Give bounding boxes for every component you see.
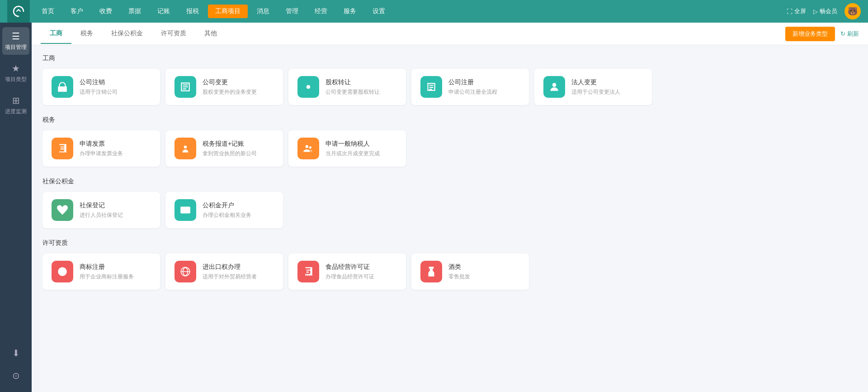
svg-point-2 [184,146,187,149]
section-social-fund: 社保公积金 社保登记 进行人员社保登记 [42,177,857,228]
card-desc-apply-general-taxpayer: 当月或次月成变更完成 [326,150,380,158]
card-icon-company-register [420,76,442,98]
card-title-equity-transfer: 股权转让 [326,78,380,86]
card-info-company-register: 公司注册 申请公司注册全流程 [448,78,497,96]
card-title-fund-open: 公积金开户 [203,201,251,210]
card-desc-import-export: 适用于对外贸易经营者 [203,273,257,281]
nav-home[interactable]: 首页 [34,5,61,18]
card-info-company-cancel: 公司注销 适用于注销公司 [80,78,118,96]
svg-rect-8 [429,267,434,268]
card-info-company-change: 公司变更 股权变更外的业务变更 [203,78,257,96]
sidebar-download-btn[interactable]: ⬇ [2,344,29,362]
card-info-alcohol: 酒类 零售批发 [448,263,470,281]
sidebar-item-label-project-type: 项目类型 [5,76,27,83]
card-icon-import-export [175,261,196,282]
card-info-equity-transfer: 股权转让 公司变更需要股权转让 [326,78,380,96]
svg-point-4 [309,146,311,148]
card-desc-social-register: 进行人员社保登记 [80,211,123,219]
section-title-tax: 税务 [42,116,857,124]
fullscreen-btn[interactable]: ⛶ 全屏 [787,7,806,15]
nav-manage[interactable]: 管理 [278,5,306,18]
refresh-label: 刷新 [847,30,859,38]
add-type-button[interactable]: 新增业务类型 [785,27,835,41]
tab-industry-commerce[interactable]: 工商 [41,24,71,44]
tab-other[interactable]: 其他 [195,24,226,44]
card-desc-trademark: 用于企业商标注册服务 [80,273,134,281]
card-desc-company-cancel: 适用于注销公司 [80,88,118,96]
card-icon-trademark [52,261,73,282]
vip-btn[interactable]: ▷ 畅会员 [813,7,837,15]
sidebar-item-progress-monitor[interactable]: ⊞ 进度监测 [2,91,29,119]
refresh-button[interactable]: ↻ 刷新 [840,30,859,38]
card-food-license[interactable]: 食品经营许可证 办理食品经营许可证 [288,253,406,290]
card-info-import-export: 进出口权办理 适用于对外贸易经营者 [203,263,257,281]
card-desc-alcohol: 零售批发 [448,273,470,281]
nav-account[interactable]: 记账 [150,5,177,18]
fullscreen-label: 全屏 [794,7,806,15]
nav-settings[interactable]: 设置 [365,5,392,18]
card-icon-food-license [297,261,319,282]
card-alcohol[interactable]: 酒类 零售批发 [411,253,529,290]
card-apply-general-taxpayer[interactable]: 申请一般纳税人 当月或次月成变更完成 [288,130,406,167]
card-trademark[interactable]: 商标注册 用于企业商标注册服务 [42,253,160,290]
user-avatar[interactable]: 🐻 [844,3,861,19]
card-title-apply-invoice: 申请发票 [80,140,123,148]
top-navigation: 首页 客户 收费 票据 记账 报税 工商项目 消息 管理 经营 服务 设置 ⛶ … [0,0,868,23]
tab-bar: 工商 税务 社保公积金 许可资质 其他 新增业务类型 ↻ 刷新 [32,23,868,45]
nav-message[interactable]: 消息 [250,5,277,18]
nav-customer[interactable]: 客户 [63,5,90,18]
card-info-tax-report: 税务报道+记账 拿到营业执照的新公司 [203,140,257,158]
nav-bill[interactable]: 票据 [121,5,148,18]
cards-grid-tax: 申请发票 办理申请发票业务 税务报道+记账 拿到营业执照的新公司 [42,130,857,167]
card-desc-fund-open: 办理公积金相关业务 [203,211,251,219]
card-fund-open[interactable]: 公积金开户 办理公积金相关业务 [165,192,283,228]
card-title-import-export: 进出口权办理 [203,263,257,271]
card-desc-company-change: 股权变更外的业务变更 [203,88,257,96]
card-company-change[interactable]: 公司变更 股权变更外的业务变更 [165,69,283,105]
refresh-icon: ↻ [840,30,845,37]
card-icon-social-register [52,199,73,221]
svg-point-1 [552,83,557,87]
card-desc-apply-invoice: 办理申请发票业务 [80,150,123,158]
cards-grid-license: 商标注册 用于企业商标注册服务 进出口权办理 适用于对外贸易经营者 [42,253,857,290]
card-title-apply-general-taxpayer: 申请一般纳税人 [326,140,380,148]
card-icon-legal-person-change [543,76,565,98]
nav-tax[interactable]: 报税 [179,5,206,18]
card-icon-apply-general-taxpayer [297,138,319,159]
card-company-cancel[interactable]: 公司注销 适用于注销公司 [42,69,160,105]
section-title-social-fund: 社保公积金 [42,177,857,186]
card-title-food-license: 食品经营许可证 [326,263,374,271]
card-tax-report[interactable]: 税务报道+记账 拿到营业执照的新公司 [165,130,283,167]
main-layout: ☰ 项目管理 ★ 项目类型 ⊞ 进度监测 ⬇ ⊙ 工商 税务 社保公积金 许可资… [0,23,868,392]
sidebar-settings-btn[interactable]: ⊙ [2,367,29,385]
svg-point-6 [58,267,67,276]
card-apply-invoice[interactable]: 申请发票 办理申请发票业务 [42,130,160,167]
tab-social-fund[interactable]: 社保公积金 [102,24,152,44]
card-equity-transfer[interactable]: 股权转让 公司变更需要股权转让 [288,69,406,105]
card-title-company-cancel: 公司注销 [80,78,118,86]
project-type-icon: ★ [12,63,20,74]
tab-license[interactable]: 许可资质 [152,24,195,44]
card-legal-person-change[interactable]: 法人变更 适用于公司变更法人 [534,69,652,105]
nav-fee[interactable]: 收费 [92,5,119,18]
sidebar-item-project-manage[interactable]: ☰ 项目管理 [2,27,29,55]
card-desc-company-register: 申请公司注册全流程 [448,88,497,96]
card-import-export[interactable]: 进出口权办理 适用于对外贸易经营者 [165,253,283,290]
card-title-company-change: 公司变更 [203,78,257,86]
nav-operation[interactable]: 经营 [307,5,335,18]
cards-grid-social-fund: 社保登记 进行人员社保登记 公积金开户 办理公积金相关业务 [42,192,857,228]
card-company-register[interactable]: 公司注册 申请公司注册全流程 [411,69,529,105]
card-social-register[interactable]: 社保登记 进行人员社保登记 [42,192,160,228]
card-icon-fund-open [175,199,196,221]
card-icon-apply-invoice [52,138,73,159]
vip-label: 畅会员 [820,7,837,15]
nav-industry[interactable]: 工商项目 [208,5,248,18]
sidebar-item-project-type[interactable]: ★ 项目类型 [2,59,29,87]
section-license: 许可资质 商标注册 用于企业商标注册服务 [42,239,857,290]
scroll-content[interactable]: 工商 公司注销 适用于注销公司 [32,45,868,392]
card-desc-legal-person-change: 适用于公司变更法人 [571,88,620,96]
tab-tax[interactable]: 税务 [71,24,102,44]
card-icon-tax-report [175,138,196,159]
logo[interactable] [7,0,30,23]
nav-service[interactable]: 服务 [336,5,363,18]
